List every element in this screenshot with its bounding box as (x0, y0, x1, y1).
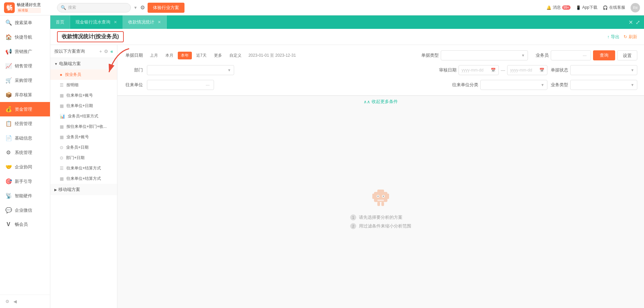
top-search-bar[interactable]: 🔍 搜索 (57, 3, 131, 12)
date-tabs: 上月 本月 本年 近7天 更多 自定义 2023-01-01 至 2023-12… (147, 52, 296, 59)
unit-settlement2-icon: ▦ (60, 176, 64, 181)
scheme-item-by-salesperson[interactable]: ● 按业务员 (50, 69, 117, 80)
counterpart-category-label: 往来单位分类 (452, 82, 478, 88)
refresh-button[interactable]: ↻ 刷新 (624, 34, 637, 40)
empty-robot-icon (367, 184, 394, 210)
scheme-item-unit-account[interactable]: ▦ 往来单位+账号 (50, 90, 117, 101)
system-icon: ⚙ (5, 149, 11, 156)
settings-bottom-icon[interactable]: ⚙ (5, 299, 9, 304)
settings-scheme-icon[interactable]: ⚙ (104, 49, 108, 54)
scheme-item-unit-settlement1[interactable]: ☰ 往来单位+结算方式 (50, 163, 117, 173)
date-tab-more[interactable]: 更多 (211, 52, 225, 59)
scheme-group-pc-header[interactable]: ▼ 电脑端方案 (50, 58, 117, 69)
scheme-item-salesperson-account[interactable]: ▦ 业务员+账号 (50, 132, 117, 142)
company-collab-icon: 🤝 (5, 164, 11, 170)
messages-action[interactable]: 🔔 消息 99+ (546, 5, 571, 10)
sidebar-item-operation[interactable]: 📋 经营管理 (0, 116, 50, 131)
sidebar-item-basic-info[interactable]: 📄 基础信息 (0, 131, 50, 145)
salesperson-ellipsis-icon[interactable]: ··· (583, 53, 587, 58)
scheme-group-mobile-header[interactable]: ▶ 移动端方案 (50, 184, 117, 195)
app-download-action[interactable]: 📱 App下载 (576, 5, 597, 10)
date-tab-this-year[interactable]: 本年 (178, 52, 192, 59)
scheme-item-salesperson-date[interactable]: ⊙ 业务员+日期 (50, 142, 117, 153)
query-button[interactable]: 查询 (593, 50, 615, 60)
expand-mobile-icon: ▶ (54, 188, 57, 192)
counterpart-cat-arrow-icon: ▼ (541, 83, 544, 87)
review-date-label: 审核日期 (438, 67, 457, 73)
tab-close-bank-flow[interactable]: ✕ (114, 20, 117, 24)
settings-button[interactable]: 设置 (617, 50, 637, 60)
unit-account-icon: ▦ (60, 93, 64, 98)
dropdown-arrow-icon[interactable]: ▼ (133, 5, 138, 10)
user-avatar[interactable]: Rit (631, 3, 640, 12)
unit-settlement1-icon: ☰ (60, 166, 64, 171)
settings-icon[interactable]: ⚙ (140, 4, 145, 11)
sidebar-item-enterprise-wechat[interactable]: 💬 企业微信 (0, 203, 50, 217)
window-close-icon[interactable]: ✕ (629, 19, 633, 25)
sidebar-item-quick-nav[interactable]: 🏠 快捷导航 (0, 30, 50, 44)
sidebar-item-company-collab[interactable]: 🤝 企业协同 (0, 160, 50, 174)
sidebar-item-smart-hardware[interactable]: 📡 智能硬件 (0, 189, 50, 203)
salesperson-select[interactable]: ··· (551, 50, 591, 60)
sidebar-item-marketing[interactable]: 📢 营销推广 (0, 44, 50, 59)
counterpart-select[interactable]: ··· (147, 80, 214, 90)
date-tab-this-month[interactable]: 本月 (162, 52, 176, 59)
add-scheme-icon[interactable]: + (99, 49, 102, 54)
filter-body: 单据日期 上月 本月 本年 近7天 更多 自定义 2023-01-01 至 20… (117, 45, 644, 96)
department-select[interactable]: ▼ (147, 65, 234, 75)
purchase-icon: 🛒 (5, 77, 11, 84)
svg-point-5 (377, 196, 379, 197)
tab-close-collection-stats[interactable]: ✕ (158, 20, 161, 24)
detail-scheme-icon: ☰ (60, 83, 64, 88)
window-maximize-icon[interactable]: ⤢ (636, 19, 640, 25)
collapse-sidebar-icon[interactable]: ◀ (13, 299, 17, 304)
top-header: 畅 畅捷通好生意 标准版 🔍 搜索 ▼ ⚙ 体验行业方案 🔔 消息 99+ 📱 … (0, 0, 644, 15)
date-tab-custom[interactable]: 自定义 (226, 52, 245, 59)
sidebar-item-membership[interactable]: V 畅会员 (0, 217, 50, 232)
sidebar-item-warehouse[interactable]: 📦 库存核算 (0, 88, 50, 102)
scheme-item-unit-settlement2[interactable]: ▦ 往来单位+结算方式 (50, 173, 117, 184)
page-header: 收款情况统计(按业务员) ↑ 导出 ↻ 刷新 (50, 29, 644, 45)
membership-icon: V (5, 221, 11, 227)
review-date-end[interactable]: yyyy-mm-dd 📅 (507, 65, 547, 75)
svg-rect-9 (387, 194, 389, 199)
sidebar-item-search-menu[interactable]: 🔍 搜索菜单 (0, 15, 50, 30)
scheme-item-dept-date[interactable]: ⊙ 部门+日期 (50, 153, 117, 163)
doc-status-arrow-icon: ▼ (631, 68, 634, 72)
scheme-item-by-detail[interactable]: ☰ 按明细 (50, 80, 117, 90)
scheme-item-unit-date[interactable]: ▦ 往来单位+日期 (50, 101, 117, 111)
date-tab-last-month[interactable]: 上月 (147, 52, 161, 59)
review-date-start[interactable]: yyyy-mm-dd 📅 (459, 65, 499, 75)
sidebar-item-purchase[interactable]: 🛒 采购管理 (0, 73, 50, 88)
sidebar-item-beginner[interactable]: 🎯 新手引导 (0, 174, 50, 189)
sidebar-item-sales[interactable]: 📈 销售管理 (0, 59, 50, 73)
trial-button[interactable]: 体验行业方案 (148, 3, 184, 13)
tab-collection-stats[interactable]: 收款情况统计 ✕ (123, 15, 167, 29)
logo-area: 畅 畅捷通好生意 标准版 (4, 2, 54, 13)
export-button[interactable]: ↑ 导出 (607, 34, 620, 40)
scheme-item-unit-dept-collect[interactable]: ▦ 按往来单位+部门+收... (50, 121, 117, 132)
side-panel-actions: + ⚙ « (99, 49, 113, 54)
biz-type-select[interactable]: ▼ (570, 80, 637, 90)
tab-bank-flow[interactable]: 现金银行流水查询 ✕ (70, 15, 123, 29)
sidebar-item-system[interactable]: ⚙ 系统管理 (0, 145, 50, 160)
sales-icon: 📈 (5, 63, 11, 69)
online-support-action[interactable]: 🎧 在线客服 (603, 5, 625, 10)
counterpart-label: 往来单位 (124, 82, 143, 88)
collapse-panel-icon[interactable]: « (110, 49, 113, 54)
sidebar-nav: 🔍 搜索菜单 🏠 快捷导航 📢 营销推广 📈 销售管理 🛒 采购管理 📦 库存核… (0, 15, 50, 308)
doc-status-select[interactable]: ▼ (570, 65, 637, 75)
doc-type-select[interactable]: ▼ (441, 50, 528, 60)
salesperson-account-icon: ▦ (60, 135, 64, 140)
logo-text: 畅捷通好生意 标准版 (17, 2, 41, 13)
page-title: 收款情况统计(按业务员) (57, 31, 124, 42)
sidebar-item-finance[interactable]: 💰 资金管理 (0, 102, 50, 116)
unit-dept-collect-icon: ▦ (60, 124, 64, 129)
tab-home[interactable]: 首页 (50, 15, 70, 29)
counterpart-ellipsis-icon[interactable]: ··· (206, 82, 210, 88)
scheme-item-salesperson-settlement[interactable]: 📊 业务员+结算方式 (50, 111, 117, 121)
date-tab-7days[interactable]: 近7天 (193, 52, 210, 59)
collapse-more-conditions[interactable]: ∧∧ 收起更多条件 (117, 96, 644, 107)
counterpart-category-select[interactable]: ▼ (480, 80, 547, 90)
svg-rect-10 (377, 202, 380, 206)
